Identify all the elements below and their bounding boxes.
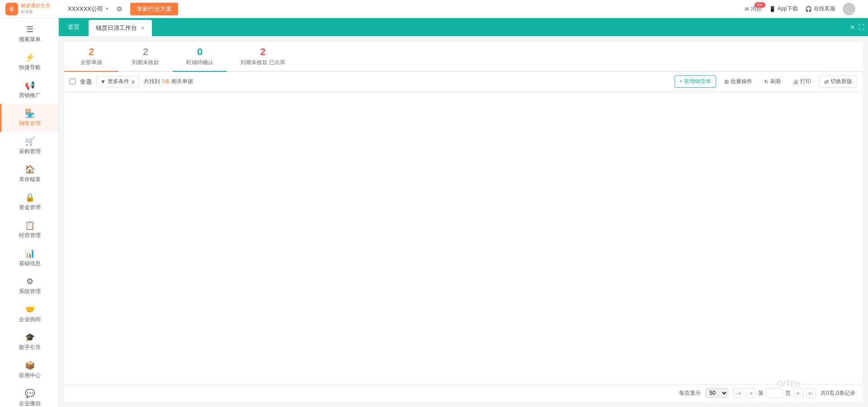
tab-home[interactable]: 首页 (59, 18, 89, 36)
print-icon: 🖨 (793, 79, 798, 85)
company-name: XXXXXX公司 (68, 5, 103, 13)
sidebar-item-quick-nav[interactable]: ⚡ 快捷导航 (0, 48, 58, 76)
online-service-btn[interactable]: 🎧 在线客服 (805, 5, 835, 13)
message-icon: ✉ (745, 6, 749, 12)
purchase-icon: 🛒 (25, 136, 35, 146)
per-page-select[interactable]: 50 100 200 (705, 388, 728, 398)
toolbar: 全选 ▼ 更多条件 ∨ 共找到 0条 相关单据 + 新增销货单 ⊞ (64, 72, 863, 92)
tab-bar-controls: ✕ ⛶ (850, 24, 868, 31)
pagination: |◀ ◀ 第 1 页 ▶ ▶| (733, 388, 816, 398)
trial-button[interactable]: 体验行业方案 (130, 3, 178, 15)
stats-label-all: 全部单据 (80, 59, 102, 66)
page-label: 第 (758, 389, 764, 397)
coop-icon: 🤝 (25, 304, 35, 314)
sales-icon: 🏪 (25, 108, 35, 118)
settings-button[interactable]: ⚙ (113, 3, 126, 15)
page-prev-btn[interactable]: ◀ (745, 388, 755, 398)
sidebar-label-inventory: 库存核算 (19, 176, 41, 183)
switch-icon: ⇄ (824, 79, 829, 85)
tab-active[interactable]: 钱货日清工作台 ✕ (89, 20, 152, 36)
filter-button[interactable]: ▼ 更多条件 ∨ (96, 76, 139, 87)
stats-tabs: 2 全部单据 2 到期未收款 0 旺铺待确认 2 到期未收款 已出库 (64, 42, 863, 72)
tab-expand-icon[interactable]: ⛶ (859, 24, 864, 31)
stats-tab-overdue[interactable]: 2 到期未收款 (118, 42, 173, 72)
per-page-label: 每页显示 (679, 389, 701, 397)
sidebar-item-wechat[interactable]: 💬 企业微信 (0, 384, 58, 407)
basic-info-icon: 📊 (25, 248, 35, 258)
filter-icon: ▼ (100, 79, 106, 85)
page-of-label: 页 (785, 389, 791, 397)
stats-tab-pending[interactable]: 0 旺铺待确认 (173, 42, 227, 72)
sidebar-label-guide: 新手引导 (19, 344, 41, 351)
page-next-btn[interactable]: ▶ (793, 388, 803, 398)
sidebar-label-wechat: 企业微信 (19, 400, 41, 407)
sidebar-label-basic-info: 基础信息 (19, 260, 41, 267)
phone-icon: 📱 (769, 6, 776, 12)
message-badge: 99+ (755, 2, 765, 8)
table-area (64, 92, 863, 384)
logo-area: 6 畅捷通好生意 标准版 (5, 3, 64, 15)
search-menu-icon: ☰ (26, 24, 33, 34)
company-dropdown-icon: ▼ (105, 6, 109, 11)
company-selector[interactable]: XXXXXX公司 ▼ (68, 5, 109, 13)
guide-icon: 🎓 (25, 332, 35, 342)
select-all-label: 全选 (80, 78, 92, 86)
app-center-icon: 📦 (25, 360, 35, 370)
sidebar-label-sales: 销售管理 (19, 120, 41, 127)
sidebar-item-search[interactable]: ☰ 搜索菜单 (0, 20, 58, 48)
footer: 每页显示 50 100 200 |◀ ◀ 第 1 页 ▶ ▶| 共0页,0条记录 (64, 384, 863, 402)
online-service-label: 在线客服 (814, 5, 835, 13)
sidebar-label-finance: 资金管理 (19, 204, 41, 211)
batch-op-btn[interactable]: ⊞ 批量操作 (721, 76, 756, 87)
marketing-icon: 📢 (25, 80, 35, 90)
app-download-btn[interactable]: 📱 App下载 (769, 5, 798, 13)
sidebar-item-guide[interactable]: 🎓 新手引导 (0, 328, 58, 356)
stats-num-all: 2 (89, 46, 94, 58)
sidebar-label-system: 系统管理 (19, 288, 41, 295)
page-first-btn[interactable]: |◀ (733, 388, 743, 398)
sidebar-item-marketing[interactable]: 📢 营销推广 (0, 76, 58, 104)
add-sales-btn[interactable]: + 新增销货单 (675, 75, 716, 88)
stats-label-pending: 旺铺待确认 (186, 59, 213, 66)
tab-minimize-icon[interactable]: ✕ (850, 24, 855, 31)
refresh-btn[interactable]: ↻ 刷新 (760, 76, 785, 87)
tab-close-icon[interactable]: ✕ (141, 25, 145, 31)
refresh-icon: ↻ (764, 79, 769, 85)
stats-num-overdue: 2 (143, 46, 148, 58)
page-last-btn[interactable]: ▶| (806, 388, 816, 398)
sidebar-item-operation[interactable]: 📋 经营管理 (0, 216, 58, 244)
page-input[interactable]: 1 (766, 388, 783, 398)
page-content: 2 全部单据 2 到期未收款 0 旺铺待确认 2 到期未收款 已出库 (59, 36, 868, 407)
sidebar-label-quick-nav: 快捷导航 (19, 64, 41, 71)
batch-icon: ⊞ (724, 79, 729, 85)
sidebar-label-app-center: 应用中心 (19, 372, 41, 379)
sidebar-item-app-center[interactable]: 📦 应用中心 (0, 356, 58, 384)
top-bar: 6 畅捷通好生意 标准版 XXXXXX公司 ▼ ⚙ 体验行业方案 ✉ 99+ 消… (0, 0, 868, 18)
found-text: 共找到 0条 相关单据 (144, 78, 193, 85)
print-btn[interactable]: 🖨 打印 (789, 76, 815, 87)
finance-icon: 🔒 (25, 192, 35, 202)
sidebar-item-coop[interactable]: 🤝 企业协同 (0, 300, 58, 328)
stats-tab-all[interactable]: 2 全部单据 (64, 42, 118, 72)
stats-tab-unshipped[interactable]: 2 到期未收款 已出库 (227, 42, 299, 72)
quick-nav-icon: ⚡ (25, 52, 35, 62)
app-download-label: App下载 (778, 5, 798, 13)
avatar[interactable] (843, 3, 855, 15)
top-right-area: ✉ 99+ 消息 📱 App下载 🎧 在线客服 (745, 3, 863, 15)
sidebar-item-inventory[interactable]: 🏠 库存核算 (0, 160, 58, 188)
stats-num-unshipped: 2 (260, 46, 266, 58)
select-all-checkbox[interactable] (70, 79, 75, 84)
stats-label-unshipped: 到期未收款 已出库 (241, 59, 285, 66)
found-count: 0条 (161, 78, 170, 84)
sidebar-item-system[interactable]: ⚙ 系统管理 (0, 272, 58, 300)
tab-label: 钱货日清工作台 (96, 24, 137, 32)
total-label: 共0页,0条记录 (821, 389, 855, 397)
sidebar-item-finance[interactable]: 🔒 资金管理 (0, 188, 58, 216)
sidebar-item-sales[interactable]: 🏪 销售管理 (0, 104, 58, 132)
sidebar-item-purchase[interactable]: 🛒 采购管理 (0, 132, 58, 160)
filter-label: 更多条件 (108, 78, 129, 85)
sidebar-item-basic-info[interactable]: 📊 基础信息 (0, 244, 58, 272)
switch-version-btn[interactable]: ⇄ 切换新版 (819, 75, 857, 88)
message-btn[interactable]: ✉ 99+ 消息 (745, 5, 762, 13)
stats-label-overdue: 到期未收款 (132, 59, 159, 66)
